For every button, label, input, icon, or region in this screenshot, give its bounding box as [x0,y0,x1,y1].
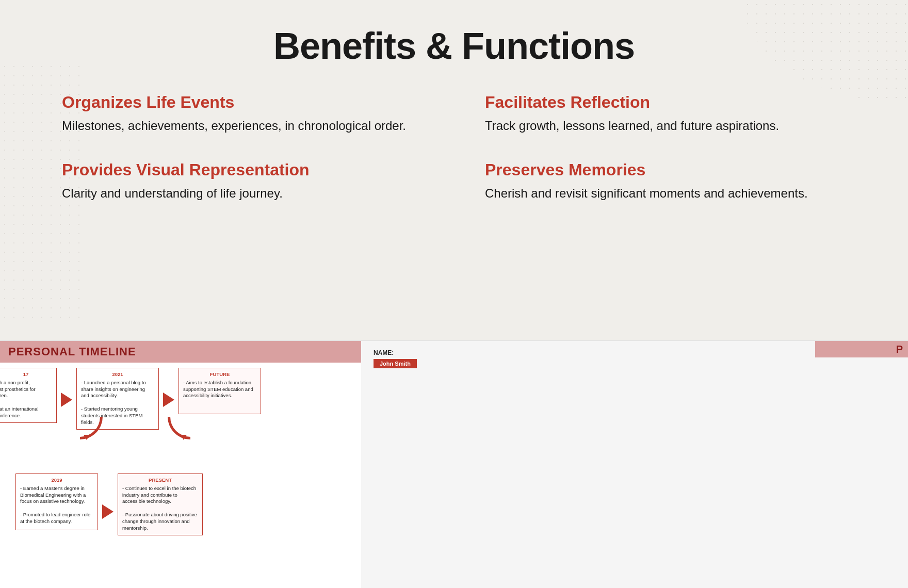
benefit-visual-desc: Clarity and understanding of life journe… [62,185,423,202]
year-2021: 2021 [81,371,154,378]
name-value: John Smith [374,359,417,368]
benefit-organizes-desc: Milestones, achievements, experiences, i… [62,117,423,135]
card-2017: 17 h a non-profit,st prosthetics forren.… [0,368,57,423]
left-timeline-wrapper: 17 h a non-profit,st prosthetics forren.… [0,363,361,579]
card-2019-text: - Earned a Master's degree in Biomedical… [20,485,93,525]
year-future: FUTURE [183,371,256,378]
curve-arrow-2 [168,417,190,439]
arrow-2021-future [163,393,174,407]
card-future-text: - Aims to establish a foundation support… [183,380,256,399]
arrow-2017-2021 [61,393,72,407]
benefit-reflection-title: Facilitates Reflection [485,93,846,112]
dot-pattern-left [0,62,83,320]
timeline-right: P NAME: John Smith 1980 - Born in a smal… [361,340,908,588]
card-present-text: - Continues to excel in the biotech indu… [122,485,198,532]
timeline-left-header: PERSONAL TIMELINE [0,341,361,363]
benefit-memories: Preserves Memories Cherish and revisit s… [454,160,846,228]
benefit-memories-desc: Cherish and revisit significant moments … [485,185,846,202]
year-present: PRESENT [122,477,198,484]
benefit-visual: Provides Visual Representation Clarity a… [62,160,454,228]
benefit-memories-title: Preserves Memories [485,160,846,179]
year-2017: 17 [0,371,52,378]
card-present: PRESENT - Continues to excel in the biot… [118,473,203,535]
card-future: FUTURE - Aims to establish a foundation … [179,368,261,414]
curve-arrow-1 [80,417,103,439]
name-label: NAME: [374,349,908,356]
right-timeline-wrapper: 1980 - Born in a small town in Californi… [361,372,908,377]
right-timeline-content: NAME: John Smith 1980 - Born in a small … [361,341,908,377]
card-2019: 2019 - Earned a Master's degree in Biome… [15,473,98,530]
benefit-organizes: Organizes Life Events Milestones, achiev… [62,93,454,160]
benefits-grid: Organizes Life Events Milestones, achiev… [0,93,908,227]
timeline-left: PERSONAL TIMELINE 17 h a non-profit,st p… [0,340,361,588]
card-2017-text: h a non-profit,st prosthetics forren.at … [0,380,52,419]
arrow-2019-present [102,504,113,519]
timeline-preview: PERSONAL TIMELINE 17 h a non-profit,st p… [0,340,908,588]
year-2019: 2019 [20,477,93,484]
benefit-reflection-desc: Track growth, lessons learned, and futur… [485,117,846,135]
benefit-visual-title: Provides Visual Representation [62,160,423,179]
benefit-reflection: Facilitates Reflection Track growth, les… [454,93,846,160]
benefit-organizes-title: Organizes Life Events [62,93,423,112]
